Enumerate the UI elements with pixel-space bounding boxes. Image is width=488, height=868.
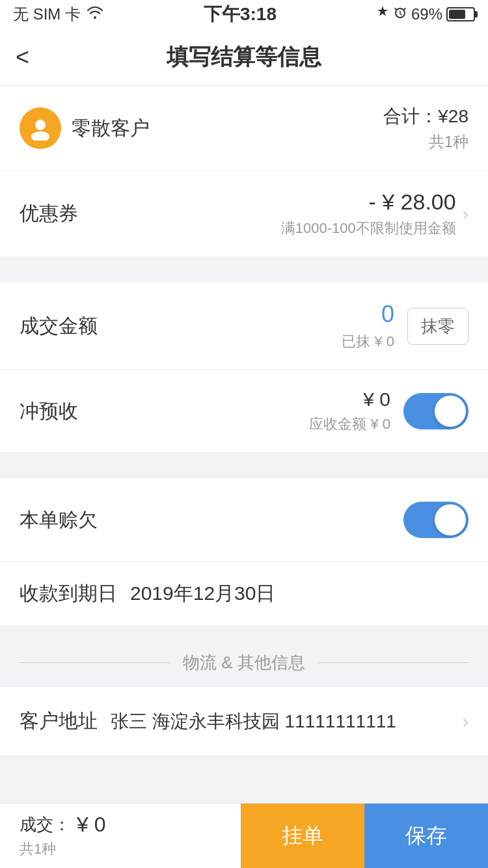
total-count: 共1种	[383, 131, 468, 152]
debt-row: 本单赊欠	[0, 478, 488, 562]
status-left: 无 SIM 卡	[13, 4, 104, 25]
status-time: 下午3:18	[204, 2, 277, 27]
battery-icon	[446, 7, 475, 21]
coupon-desc: 满1000-100不限制使用金额	[281, 219, 456, 238]
avatar	[20, 107, 61, 149]
status-bar: 无 SIM 卡 下午3:18 69%	[0, 0, 488, 29]
sim-status: 无 SIM 卡	[13, 4, 81, 25]
toggle-knob	[435, 396, 466, 427]
prereceive-values: ¥ 0 应收金额 ¥ 0	[309, 388, 390, 434]
duedate-value: 2019年12月30日	[130, 580, 275, 607]
customer-row: 零散客户 合计：¥28 共1种	[0, 86, 488, 170]
coupon-chevron-icon: ›	[463, 204, 468, 224]
prereceive-amount: ¥ 0	[309, 388, 390, 411]
transaction-section: 成交金额 0 已抹 ¥ 0 抹零 冲预收 ¥ 0 应收金额 ¥ 0	[0, 282, 488, 452]
nav-bar: < 填写结算等信息	[0, 29, 488, 86]
customer-name: 零散客户	[72, 115, 150, 142]
duedate-row[interactable]: 收款到期日 2019年12月30日	[0, 562, 488, 625]
prereceive-row: 冲预收 ¥ 0 应收金额 ¥ 0	[0, 370, 488, 452]
logistics-divider: 物流 & 其他信息	[0, 638, 488, 687]
location-icon	[376, 5, 389, 23]
prereceive-label: 冲预收	[20, 398, 78, 425]
battery-percent: 69%	[411, 5, 442, 23]
coupon-value-wrap: - ¥ 28.00 满1000-100不限制使用金额	[281, 189, 456, 238]
prereceive-right: ¥ 0 应收金额 ¥ 0	[309, 388, 468, 434]
round-button[interactable]: 抹零	[407, 308, 468, 345]
coupon-amount: - ¥ 28.00	[281, 189, 456, 215]
bottom-count: 共1种	[20, 839, 221, 859]
prereceive-sub: 应收金额 ¥ 0	[309, 414, 390, 434]
prereceive-toggle[interactable]	[403, 393, 468, 429]
page-title: 填写结算等信息	[167, 42, 321, 72]
transaction-row: 成交金额 0 已抹 ¥ 0 抹零	[0, 282, 488, 370]
coupon-right: - ¥ 28.00 满1000-100不限制使用金额 ›	[281, 189, 468, 238]
debt-section: 本单赊欠 收款到期日 2019年12月30日	[0, 478, 488, 625]
divider-line-right	[318, 662, 468, 663]
customer-info-right: 合计：¥28 共1种	[383, 104, 468, 152]
bottom-bar: 成交： ¥ 0 共1种 挂单 保存	[0, 803, 488, 868]
bottom-amount-row: 成交： ¥ 0	[20, 813, 221, 837]
debt-toggle[interactable]	[403, 502, 468, 538]
address-section: 客户地址 张三 海淀永丰科技园 11111111111 ›	[0, 687, 488, 755]
wifi-icon	[86, 5, 104, 23]
svg-point-2	[31, 131, 49, 141]
divider-2	[0, 465, 488, 478]
transaction-value: 0	[342, 301, 394, 328]
save-button[interactable]: 保存	[364, 804, 488, 868]
customer-info-left: 零散客户	[20, 107, 150, 149]
address-chevron-icon: ›	[463, 711, 468, 732]
customer-section: 零散客户 合计：¥28 共1种 优惠券 - ¥ 28.00 满1000-100不…	[0, 86, 488, 256]
divider-1	[0, 269, 488, 282]
alarm-icon	[393, 5, 407, 23]
duedate-label: 收款到期日	[20, 580, 117, 607]
status-right: 69%	[376, 5, 475, 23]
transaction-right: 0 已抹 ¥ 0 抹零	[342, 301, 468, 351]
bottom-trans-amount: ¥ 0	[77, 813, 105, 837]
coupon-label: 优惠券	[20, 200, 78, 227]
address-label: 客户地址	[20, 708, 98, 735]
bottom-info: 成交： ¥ 0 共1种	[0, 804, 241, 868]
address-value: 张三 海淀永丰科技园 11111111111	[111, 709, 463, 734]
debt-toggle-knob	[435, 504, 466, 536]
debt-label: 本单赊欠	[20, 507, 98, 534]
transaction-value-wrap: 0 已抹 ¥ 0	[342, 301, 394, 351]
back-button[interactable]: <	[16, 44, 29, 71]
pending-button[interactable]: 挂单	[241, 804, 364, 868]
coupon-row[interactable]: 优惠券 - ¥ 28.00 满1000-100不限制使用金额 ›	[0, 170, 488, 256]
divider-line-left	[20, 662, 170, 663]
svg-point-1	[35, 120, 46, 130]
address-row[interactable]: 客户地址 张三 海淀永丰科技园 11111111111 ›	[0, 687, 488, 755]
bottom-trans-label: 成交：	[20, 813, 70, 836]
transaction-label: 成交金额	[20, 313, 98, 340]
total-amount: 合计：¥28	[383, 104, 468, 129]
transaction-sub: 已抹 ¥ 0	[342, 332, 394, 351]
logistics-label: 物流 & 其他信息	[170, 651, 318, 674]
